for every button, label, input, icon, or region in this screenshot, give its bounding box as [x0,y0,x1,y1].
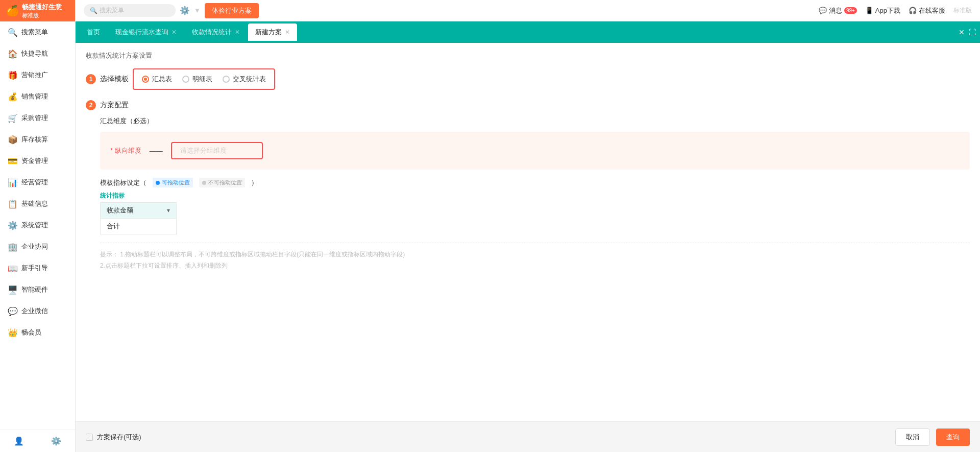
tab-cash-flow-label: 现金银行流水查询 [115,28,168,37]
header-right: 💬 消息 99+ 📱 App下载 🎧 在线客服 标准版 [819,6,972,15]
search-bar[interactable]: 🔍 搜索菜单 [84,4,176,17]
dimension-section-title: 汇总维度（必选） [100,116,970,126]
sidebar: 🍊 畅捷通好生意 标准版 🔍 搜索菜单 🏠 快捷导航 🎁 营销推广 💰 销售管理… [0,0,76,452]
download-icon: 📱 [865,7,873,14]
tab-new-plan[interactable]: 新建方案 ✕ [248,23,297,41]
tab-cash-flow[interactable]: 现金银行流水查询 ✕ [108,23,184,41]
dimension-placeholder: 请选择分组维度 [180,147,227,154]
purchase-icon: 🛒 [8,113,17,123]
hint-section: 提示： 1.拖动标题栏可以调整布局，不可跨维度或指标区域拖动栏目字段(只能在同一… [100,243,970,271]
stats-header-dropdown-icon[interactable]: ▾ [167,207,170,214]
home-icon: 🏠 [8,49,17,58]
tab-close-new-plan[interactable]: ✕ [285,29,290,36]
radio-dot-cross [223,76,230,83]
app-download-item[interactable]: 📱 App下载 [865,6,900,15]
non-draggable-label: 不可拖动位置 [208,179,242,186]
save-option[interactable]: 方案保存(可选) [86,433,141,442]
sidebar-item-wechat[interactable]: 💬 企业微信 [0,300,75,322]
wechat-icon: 💬 [8,306,17,316]
save-checkbox[interactable] [86,434,93,441]
app-download-label: App下载 [875,6,900,15]
tab-maximize-icon[interactable]: ⛶ [969,28,976,36]
settings-gear-icon[interactable]: ⚙️ [180,6,190,15]
stats-row-text: 合计 [107,222,120,230]
dimension-area: * 纵向维度 —— 请选择分组维度 [100,132,970,170]
sidebar-bottom: 👤 ⚙️ [0,430,75,452]
sidebar-item-label: 基础信息 [21,199,48,208]
sidebar-item-operations[interactable]: 📊 经营管理 [0,172,75,193]
cancel-button[interactable]: 取消 [895,429,930,446]
hint-text-1: 提示： 1.拖动标题栏可以调整布局，不可跨维度或指标区域拖动栏目字段(只能在同一… [100,249,970,260]
sidebar-item-label: 新手引导 [21,264,48,273]
search-placeholder: 搜索菜单 [100,6,124,15]
sidebar-item-system[interactable]: ⚙️ 系统管理 [0,215,75,236]
sidebar-item-basic-info[interactable]: 📋 基础信息 [0,193,75,215]
section1-header: 1 选择模板 汇总表 明细表 [86,68,970,90]
sidebar-item-quick-nav[interactable]: 🏠 快捷导航 [0,43,75,64]
sidebar-item-purchase[interactable]: 🛒 采购管理 [0,107,75,129]
metrics-section-close: ） [251,178,258,187]
tab-bar-actions: ✕ ⛶ [959,28,976,36]
page-title: 收款情况统计方案设置 [86,51,970,60]
section2-title: 方案配置 [100,101,129,110]
sidebar-item-label: 库存核算 [21,135,48,144]
notifications-item[interactable]: 💬 消息 99+ [819,6,857,15]
bottom-bar: 方案保存(可选) 取消 查询 [76,421,980,452]
notifications-label: 消息 [829,6,842,15]
sidebar-item-member[interactable]: 👑 畅会员 [0,322,75,343]
sidebar-item-search-menu[interactable]: 🔍 搜索菜单 [0,21,75,43]
sidebar-item-marketing[interactable]: 🎁 营销推广 [0,64,75,86]
app-version: 标准版 [22,12,62,19]
non-draggable-badge: 不可拖动位置 [199,178,245,187]
tab-home[interactable]: 首页 [80,23,107,41]
sidebar-item-inventory[interactable]: 📦 库存核算 [0,129,75,150]
user-name: 标准版 [953,6,972,15]
sidebar-item-guide[interactable]: 📖 新手引导 [0,257,75,279]
finance-icon: 💳 [8,156,17,165]
sidebar-bottom-item-2[interactable]: ⚙️ [49,434,63,448]
trial-button[interactable]: 体验行业方案 [205,3,259,18]
member-icon: 👑 [8,328,17,337]
online-service-label: 在线客服 [919,6,945,15]
sidebar-item-finance[interactable]: 💳 资金管理 [0,150,75,172]
sidebar-item-label: 企业协同 [21,242,48,251]
radio-label-cross: 交叉统计表 [233,75,266,84]
stats-label: 统计指标 [100,192,970,200]
draggable-badge: 可拖动位置 [153,178,193,187]
dimension-select-input[interactable]: 请选择分组维度 [171,142,263,159]
hint-text-2: 2.点击标题栏下拉可设置排序、插入列和删除列 [100,260,970,272]
sidebar-item-label: 企业微信 [21,306,48,316]
radio-label-summary: 汇总表 [152,75,172,84]
sidebar-item-label: 销售管理 [21,92,48,101]
tab-close-receipt-stats[interactable]: ✕ [235,29,240,36]
dropdown-arrow-icon[interactable]: ▼ [194,7,201,14]
bottom-actions: 取消 查询 [895,429,970,446]
tab-close-window-icon[interactable]: ✕ [959,28,965,36]
query-button[interactable]: 查询 [936,429,970,446]
sidebar-item-hardware[interactable]: 🖥️ 智能硬件 [0,279,75,300]
tab-new-plan-label: 新建方案 [255,28,282,37]
sidebar-item-enterprise[interactable]: 🏢 企业协同 [0,236,75,257]
guide-icon: 📖 [8,264,17,273]
sidebar-item-label: 营销推广 [21,70,48,80]
tab-close-cash-flow[interactable]: ✕ [172,29,177,36]
main-area: 🔍 搜索菜单 ⚙️ ▼ 体验行业方案 💬 消息 99+ 📱 App下载 🎧 在线… [76,0,980,452]
section1-number: 1 [86,74,96,84]
user-avatar-icon: 👤 [14,436,24,446]
sidebar-item-label: 智能硬件 [21,285,48,294]
tab-receipt-stats[interactable]: 收款情况统计 ✕ [185,23,247,41]
tab-receipt-stats-label: 收款情况统计 [192,28,232,37]
stats-table-header[interactable]: 收款金额 ▾ [101,203,176,218]
sidebar-item-sales[interactable]: 💰 销售管理 [0,86,75,107]
user-info-item[interactable]: 标准版 [953,6,972,15]
app-logo: 🍊 畅捷通好生意 标准版 [0,0,75,21]
radio-summary[interactable]: 汇总表 [142,75,172,84]
radio-cross[interactable]: 交叉统计表 [223,75,266,84]
search-icon: 🔍 [90,7,97,14]
sidebar-item-label: 采购管理 [21,113,48,123]
metrics-section-title: 模板指标设定（ [100,178,146,187]
radio-detail[interactable]: 明细表 [182,75,212,84]
draggable-dot [156,181,160,185]
online-service-item[interactable]: 🎧 在线客服 [909,6,945,15]
sidebar-bottom-item-1[interactable]: 👤 [12,434,26,448]
